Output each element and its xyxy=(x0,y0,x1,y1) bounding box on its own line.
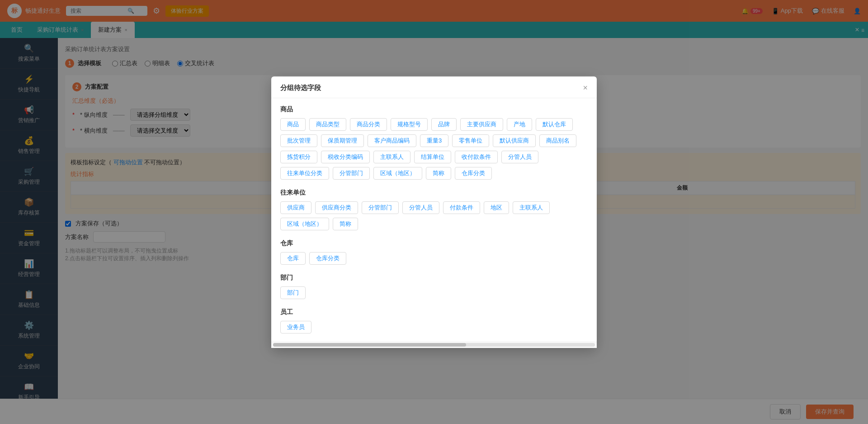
field-salesperson[interactable]: 业务员 xyxy=(280,321,311,333)
field-dept-managed[interactable]: 分管部门 xyxy=(333,167,370,180)
field-payment-terms[interactable]: 收付款条件 xyxy=(455,151,498,163)
field-dept[interactable]: 部门 xyxy=(280,286,306,299)
employee-fields: 业务员 xyxy=(280,321,588,333)
field-payment-condition[interactable]: 付款条件 xyxy=(443,201,480,214)
field-region2[interactable]: 区域（地区） xyxy=(280,218,329,230)
section-partner-title: 往来单位 xyxy=(280,189,588,197)
field-dept-managed2[interactable]: 分管部门 xyxy=(362,201,399,214)
scrollbar-thumb xyxy=(273,343,466,347)
field-manager2[interactable]: 分管人员 xyxy=(402,201,439,214)
field-shelf-life[interactable]: 保质期管理 xyxy=(321,134,364,147)
field-manager[interactable]: 分管人员 xyxy=(501,151,538,163)
field-default-warehouse[interactable]: 默认仓库 xyxy=(536,118,573,131)
field-warehouse-cat[interactable]: 仓库分类 xyxy=(309,252,346,265)
modal-header: 分组待选字段 × xyxy=(271,76,597,98)
field-origin[interactable]: 产地 xyxy=(507,118,532,131)
section-employee-title: 员工 xyxy=(280,308,588,316)
field-short-name2[interactable]: 简称 xyxy=(333,218,358,230)
field-settlement-unit[interactable]: 结算单位 xyxy=(414,151,451,163)
field-product[interactable]: 商品 xyxy=(280,118,306,131)
section-employee: 员工 业务员 xyxy=(280,308,588,333)
field-select-modal: 分组待选字段 × 商品 商品 商品类型 商品分类 规格型号 品牌 主要供应商 产… xyxy=(271,76,597,348)
dept-fields: 部门 xyxy=(280,286,588,299)
section-warehouse: 仓库 仓库 仓库分类 xyxy=(280,239,588,265)
modal-overlay: 分组待选字段 × 商品 商品 商品类型 商品分类 规格型号 品牌 主要供应商 产… xyxy=(0,0,868,424)
field-tax-code[interactable]: 税收分类编码 xyxy=(321,151,370,163)
field-spec-model[interactable]: 规格型号 xyxy=(391,118,428,131)
field-supplier[interactable]: 供应商 xyxy=(280,201,311,214)
section-warehouse-title: 仓库 xyxy=(280,239,588,248)
section-partner: 往来单位 供应商 供应商分类 分管部门 分管人员 付款条件 地区 主联系人 区域… xyxy=(280,189,588,230)
field-weight3[interactable]: 重量3 xyxy=(420,134,448,147)
field-area[interactable]: 地区 xyxy=(484,201,509,214)
field-customer-sku[interactable]: 客户商品编码 xyxy=(368,134,416,147)
section-dept-title: 部门 xyxy=(280,274,588,282)
field-main-supplier[interactable]: 主要供应商 xyxy=(460,118,503,131)
field-product-type[interactable]: 商品类型 xyxy=(309,118,346,131)
field-main-contact2[interactable]: 主联系人 xyxy=(513,201,550,214)
warehouse-fields: 仓库 仓库分类 xyxy=(280,252,588,265)
modal-body: 商品 商品 商品类型 商品分类 规格型号 品牌 主要供应商 产地 默认仓库 批次… xyxy=(271,98,597,342)
field-warehouse-category[interactable]: 仓库分类 xyxy=(455,167,492,180)
field-default-supplier[interactable]: 默认供应商 xyxy=(493,134,536,147)
modal-scrollbar[interactable] xyxy=(271,342,597,348)
partner-fields: 供应商 供应商分类 分管部门 分管人员 付款条件 地区 主联系人 区域（地区） … xyxy=(280,201,588,230)
section-department: 部门 部门 xyxy=(280,274,588,299)
scrollbar-track xyxy=(273,343,595,347)
field-main-contact[interactable]: 主联系人 xyxy=(373,151,410,163)
field-product-alias[interactable]: 商品别名 xyxy=(539,134,576,147)
modal-close-btn[interactable]: × xyxy=(583,84,588,92)
section-product: 商品 商品 商品类型 商品分类 规格型号 品牌 主要供应商 产地 默认仓库 批次… xyxy=(280,105,588,180)
field-pick-points[interactable]: 拣货积分 xyxy=(280,151,317,163)
field-region[interactable]: 区域（地区） xyxy=(373,167,422,180)
product-fields: 商品 商品类型 商品分类 规格型号 品牌 主要供应商 产地 默认仓库 批次管理 … xyxy=(280,118,588,180)
field-warehouse[interactable]: 仓库 xyxy=(280,252,306,265)
field-batch-mgmt[interactable]: 批次管理 xyxy=(280,134,317,147)
modal-title: 分组待选字段 xyxy=(280,84,321,92)
field-retail-unit[interactable]: 零售单位 xyxy=(452,134,489,147)
field-supplier-category[interactable]: 供应商分类 xyxy=(315,201,358,214)
field-brand[interactable]: 品牌 xyxy=(431,118,457,131)
field-partner-category[interactable]: 往来单位分类 xyxy=(280,167,329,180)
field-product-category[interactable]: 商品分类 xyxy=(350,118,387,131)
section-product-title: 商品 xyxy=(280,105,588,114)
field-short-name[interactable]: 简称 xyxy=(426,167,451,180)
